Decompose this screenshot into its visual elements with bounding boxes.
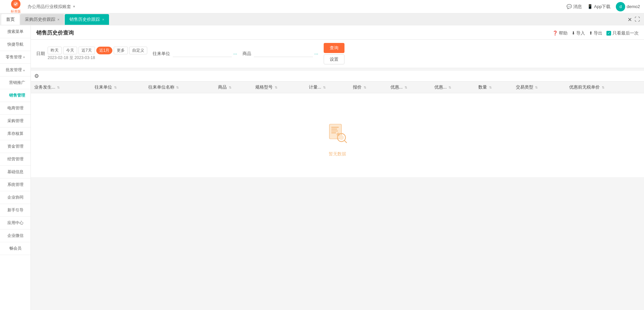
query-button[interactable]: 查询 <box>324 43 344 53</box>
product-dots[interactable]: ··· <box>314 51 318 56</box>
svg-rect-3 <box>331 129 337 130</box>
date-filter-group: 日期 昨天 今天 近7天 近1月 更多 自定义 2023-02-18 至 202… <box>36 47 147 61</box>
date-btn-more[interactable]: 更多 <box>114 47 128 54</box>
retail-mgmt-arrow-icon: ▾ <box>23 55 25 59</box>
sidebar-item-purchase-mgmt-label: 采购管理 <box>7 118 23 124</box>
col-biz-date[interactable]: 业务发生... ⇅ <box>31 82 91 93</box>
sidebar-item-enterprise-wechat[interactable]: 企业微信 <box>0 229 31 242</box>
sidebar-item-member[interactable]: 畅会员 <box>0 242 31 255</box>
col-partner-code-sort-icon: ⇅ <box>114 86 117 89</box>
tab-sales-history-close[interactable]: × <box>102 17 104 21</box>
col-pre-tax[interactable]: 优惠前无税单价 ⇅ <box>566 82 644 93</box>
tab-home[interactable]: 首页 <box>1 14 19 25</box>
svg-point-0 <box>13 2 18 6</box>
sidebar-item-finance-mgmt[interactable]: 资金管理 <box>0 140 31 153</box>
sidebar-item-enterprise-wechat-label: 企业微信 <box>7 233 23 239</box>
filter-area: 日期 昨天 今天 近7天 近1月 更多 自定义 2023-02-18 至 202… <box>31 40 644 68</box>
svg-line-8 <box>344 140 346 143</box>
message-btn[interactable]: 💬 消息 <box>567 4 582 10</box>
col-partner-name-label: 往来单位名称 <box>148 85 174 90</box>
table-settings-gear-icon[interactable]: ⚙ <box>34 73 39 79</box>
col-spec-label: 规格型号 <box>255 85 273 90</box>
logo: 标准版 <box>4 0 28 14</box>
show-last-checkbox[interactable]: ✓ <box>606 31 611 36</box>
date-btn-custom[interactable]: 自定义 <box>129 47 147 54</box>
tab-sales-history[interactable]: 销售历史价跟踪 × <box>65 14 109 25</box>
app-download-btn[interactable]: 📱 App下载 <box>587 4 610 10</box>
user-avatar-btn[interactable]: d demo2 <box>616 2 640 11</box>
col-biz-date-label: 业务发生... <box>34 85 55 90</box>
sidebar-item-sales-mgmt[interactable]: 销售管理 <box>0 89 31 102</box>
fullscreen-icon[interactable]: ⛶ <box>635 16 640 22</box>
sidebar-item-new-guide-label: 新手引导 <box>7 207 23 213</box>
partner-input[interactable] <box>173 50 232 57</box>
sidebar-item-app-center[interactable]: 应用中心 <box>0 217 31 229</box>
logo-icon <box>11 0 20 9</box>
show-last-wrapper[interactable]: ✓ 只看最后一次 <box>606 30 639 36</box>
product-input[interactable] <box>254 50 313 57</box>
sidebar-item-search-menu-label: 搜索菜单 <box>7 29 23 35</box>
help-label: 帮助 <box>559 30 568 36</box>
col-discount1[interactable]: 优惠... ⇅ <box>387 82 431 93</box>
date-filter-col: 昨天 今天 近7天 近1月 更多 自定义 2023-02-18 至 2023-0… <box>48 47 147 61</box>
sidebar-item-wholesale-mgmt[interactable]: 批发管理 ▴ <box>0 64 31 76</box>
partner-filter-label: 往来单位 <box>153 51 170 57</box>
sidebar-item-wholesale-mgmt-label: 批发管理 <box>6 67 22 73</box>
partner-dots[interactable]: ··· <box>233 51 237 56</box>
sidebar-item-basic-info[interactable]: 基础信息 <box>0 166 31 178</box>
sidebar-item-system-mgmt[interactable]: 系统管理 <box>0 178 31 191</box>
tab-purchase-history-close[interactable]: × <box>57 17 59 21</box>
table-settings-row: ⚙ <box>31 71 644 82</box>
sidebar-item-retail-mgmt[interactable]: 零售管理 ▾ <box>0 51 31 64</box>
sidebar-item-purchase-mgmt[interactable]: 采购管理 <box>0 115 31 127</box>
col-quote[interactable]: 报价 ⇅ <box>350 82 387 93</box>
svg-point-9 <box>337 133 340 136</box>
import-btn[interactable]: ⬇ 导入 <box>572 30 585 36</box>
app-title-dropdown-icon[interactable]: ▾ <box>73 4 75 9</box>
date-btn-last7[interactable]: 近7天 <box>78 47 95 54</box>
sidebar-item-member-label: 畅会员 <box>9 246 21 251</box>
sidebar-item-new-guide[interactable]: 新手引导 <box>0 204 31 217</box>
help-btn[interactable]: ❓ 帮助 <box>552 30 568 36</box>
sidebar-item-ecom-mgmt-label: 电商管理 <box>7 105 23 111</box>
col-qty-sort-icon: ⇅ <box>489 86 492 89</box>
col-partner-code[interactable]: 往来单位 ⇅ <box>91 82 145 93</box>
sidebar: 搜索菜单 快捷导航 零售管理 ▾ 批发管理 ▴ 营销推广 销售管理 电商管理 采… <box>0 25 31 310</box>
username: demo2 <box>627 4 640 9</box>
sidebar-item-quick-nav[interactable]: 快捷导航 <box>0 38 31 51</box>
settings-button[interactable]: 设置 <box>324 54 344 64</box>
col-spec-sort-icon: ⇅ <box>275 86 277 89</box>
col-discount2-sort-icon: ⇅ <box>448 86 451 89</box>
sidebar-item-sales-mgmt-label: 销售管理 <box>9 93 25 98</box>
sidebar-item-basic-info-label: 基础信息 <box>7 169 23 175</box>
sidebar-item-marketing[interactable]: 营销推广 <box>0 76 31 89</box>
avatar: d <box>616 2 625 11</box>
date-btn-last1m[interactable]: 近1月 <box>96 47 113 54</box>
col-spec[interactable]: 规格型号 ⇅ <box>252 82 306 93</box>
sidebar-item-ecom-mgmt[interactable]: 电商管理 <box>0 102 31 115</box>
date-range-text: 2023-02-18 至 2023-03-18 <box>48 55 147 61</box>
export-btn[interactable]: ⬆ 导出 <box>589 30 602 36</box>
sidebar-item-inventory-label: 库存核算 <box>7 131 23 137</box>
col-discount2[interactable]: 优惠... ⇅ <box>431 82 475 93</box>
sidebar-item-enterprise-collab[interactable]: 企业协同 <box>0 191 31 204</box>
col-tx-type[interactable]: 交易类型 ⇅ <box>513 82 566 93</box>
product-filter-label: 商品 <box>243 51 251 57</box>
sidebar-item-inventory[interactable]: 库存核算 <box>0 127 31 140</box>
svg-rect-5 <box>331 133 336 133</box>
sidebar-item-marketing-label: 营销推广 <box>9 80 25 86</box>
sidebar-item-enterprise-collab-label: 企业协同 <box>7 195 23 200</box>
close-all-icon[interactable]: ✕ <box>628 16 632 23</box>
date-btn-today[interactable]: 今天 <box>63 47 77 54</box>
page-header: 销售历史价查询 ❓ 帮助 ⬇ 导入 ⬆ 导出 ✓ 只看最后一次 <box>31 25 644 40</box>
main-content: 销售历史价查询 ❓ 帮助 ⬇ 导入 ⬆ 导出 ✓ 只看最后一次 日期 <box>31 25 644 310</box>
col-product[interactable]: 商品 ⇅ <box>215 82 252 93</box>
sidebar-item-search-menu[interactable]: 搜索菜单 <box>0 25 31 38</box>
col-partner-name[interactable]: 往来单位名称 ⇅ <box>145 82 215 93</box>
col-qty[interactable]: 数量 ⇅ <box>475 82 512 93</box>
col-unit-label: 计量... <box>309 85 321 90</box>
date-btn-yesterday[interactable]: 昨天 <box>48 47 62 54</box>
sidebar-item-ops-mgmt[interactable]: 经营管理 <box>0 153 31 166</box>
tab-purchase-history[interactable]: 采购历史价跟踪 × <box>20 14 64 25</box>
col-unit[interactable]: 计量... ⇅ <box>306 82 350 93</box>
